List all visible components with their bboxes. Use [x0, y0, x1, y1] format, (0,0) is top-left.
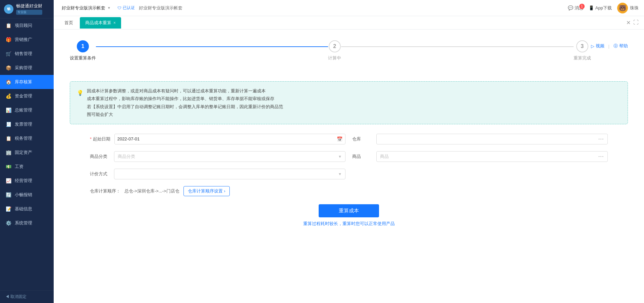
sidebar-item-expense[interactable]: 🔄 小畅报销	[0, 188, 54, 202]
video-link[interactable]: ▷ 视频	[591, 43, 604, 49]
expand-tab-control[interactable]: ⛶	[633, 19, 639, 26]
sidebar-item-finance[interactable]: 💰 资金管理	[0, 89, 54, 103]
warehouse-order-settings-button[interactable]: 仓库计算顺序设置 ›	[183, 186, 230, 196]
main-area: 好业财专业版演示帐套 ▼ 🛡 已认证 好业财专业版演示帐套 💬 消息 1 📱 A…	[54, 0, 644, 303]
account-name: 好业财专业版演示帐套	[139, 5, 182, 11]
start-date-input[interactable]	[117, 136, 337, 141]
verified-text: 已认证	[123, 5, 135, 11]
sidebar-item-label: 发票管理	[15, 121, 32, 127]
finance-icon: 💰	[5, 93, 11, 99]
system-icon: ⚙️	[5, 220, 11, 226]
sidebar-item-label: 采购管理	[15, 65, 32, 71]
tabs-bar: 首页 商品成本重算 × ✕ ⛶	[54, 16, 644, 30]
warehouse-order-row: 仓库计算顺序： 总仓->深圳仓库->...->门店仓 仓库计算顺序设置 ›	[90, 186, 608, 196]
expense-icon: 🔄	[5, 192, 11, 198]
category-placeholder: 商品分类	[118, 154, 135, 160]
calendar-icon[interactable]: 📅	[337, 136, 342, 142]
sidebar-header: 畅 畅捷通好业财 专业版	[0, 0, 54, 18]
goods-ellipsis-icon[interactable]: ···	[598, 154, 604, 159]
step-2-circle: 2	[329, 40, 341, 52]
content-area: 1 设置重算条件 2 计算中 3 重算完成	[54, 30, 644, 303]
sidebar-item-accounting[interactable]: 📊 总账管理	[0, 103, 54, 117]
goods-select[interactable]: 商品 ···	[376, 151, 608, 162]
app-logo: 畅	[4, 4, 13, 14]
sidebar-nav: 📋 项目顾问 🎁 营销推广 🛒 销售管理 📦 采购管理 🏠 库存核算 💰 资金管…	[0, 18, 54, 290]
step-line-2	[341, 46, 573, 47]
sidebar-item-label: 营销推广	[15, 37, 32, 43]
warehouse-btn-chevron-icon: ›	[224, 188, 225, 193]
recalc-button[interactable]: 重算成本	[319, 204, 379, 217]
info-icon: 💡	[77, 88, 84, 119]
basic-icon: 📝	[5, 206, 11, 212]
sidebar-item-label: 资金管理	[15, 93, 32, 99]
sidebar-item-label: 系统管理	[15, 220, 32, 226]
sidebar-item-label: 销售管理	[15, 51, 32, 57]
user-name: 珠珠	[630, 5, 639, 11]
account-selector[interactable]: 好业财专业版演示帐套 ▼	[59, 4, 113, 12]
close-tab-control[interactable]: ✕	[626, 19, 631, 26]
form-group-start-date: 起始日期 📅	[90, 134, 345, 144]
category-chevron-icon: ▼	[338, 155, 342, 159]
topbar: 好业财专业版演示帐套 ▼ 🛡 已认证 好业财专业版演示帐套 💬 消息 1 📱 A…	[54, 0, 644, 16]
sidebar-item-assets[interactable]: 🏢 固定资产	[0, 145, 54, 160]
sidebar-item-purchase[interactable]: 📦 采购管理	[0, 61, 54, 75]
app-subtitle: 专业版	[16, 10, 42, 15]
warehouse-ellipsis-icon[interactable]: ···	[598, 136, 604, 141]
sidebar-item-payroll[interactable]: 💵 工资	[0, 160, 54, 174]
sidebar-item-label: 库存核算	[15, 79, 32, 85]
sidebar-item-label: 税务管理	[15, 135, 32, 141]
recalc-note: 重算过程耗时较长，重算时您可以正常使用产品	[303, 221, 395, 227]
form-row-1: 起始日期 📅 仓库 ···	[90, 134, 608, 144]
sidebar-item-sales[interactable]: 🛒 销售管理	[0, 47, 54, 61]
form-group-category: 商品分类 商品分类 ▼	[90, 151, 345, 162]
tab-cost-recalc[interactable]: 商品成本重算 ×	[80, 17, 121, 29]
step-3: 3 重算完成	[574, 40, 591, 61]
sidebar-unpin-button[interactable]: ◀ 取消固定	[0, 290, 54, 303]
tab-close-button[interactable]: ×	[113, 20, 116, 25]
avatar: 🐻	[617, 3, 628, 13]
sidebar-item-basic[interactable]: 📝 基础信息	[0, 202, 54, 216]
sidebar-item-marketing[interactable]: 🎁 营销推广	[0, 33, 54, 47]
category-label: 商品分类	[90, 154, 110, 160]
purchase-icon: 📦	[5, 65, 11, 71]
start-date-input-wrapper[interactable]: 📅	[114, 134, 345, 144]
sidebar-item-label: 项目顾问	[15, 23, 32, 29]
invoice-icon: 🧾	[5, 121, 11, 127]
user-profile[interactable]: 🐻 珠珠	[617, 3, 639, 13]
warehouse-select[interactable]: ···	[376, 134, 608, 144]
app-download-button[interactable]: 📱 App下载	[589, 5, 612, 11]
sidebar: 畅 畅捷通好业财 专业版 📋 项目顾问 🎁 营销推广 🛒 销售管理 📦 采购管理…	[0, 0, 54, 303]
step-3-label: 重算完成	[574, 55, 591, 61]
account-selector-chevron: ▼	[107, 6, 111, 10]
category-select[interactable]: 商品分类 ▼	[114, 151, 345, 162]
step-2-label: 计算中	[328, 55, 341, 61]
pricing-label: 计价方式	[90, 171, 110, 177]
help-link[interactable]: ⓪ 帮助	[613, 43, 628, 49]
goods-label: 商品	[352, 154, 372, 160]
pricing-select[interactable]: ▼	[114, 169, 345, 179]
sidebar-item-operations[interactable]: 📈 经营管理	[0, 174, 54, 188]
message-button[interactable]: 💬 消息 1	[568, 5, 583, 11]
sidebar-item-label: 经营管理	[15, 178, 32, 184]
inventory-icon: 🏠	[5, 79, 11, 85]
sidebar-item-invoice[interactable]: 🧾 发票管理	[0, 117, 54, 131]
tab-home[interactable]: 首页	[59, 17, 78, 29]
recalc-section: 重算成本 重算过程耗时较长，重算时您可以正常使用产品	[70, 204, 628, 227]
form-section: 起始日期 📅 仓库 ··· 商品分类	[70, 134, 628, 196]
payroll-icon: 💵	[5, 164, 11, 170]
topbar-right: 💬 消息 1 📱 App下载 🐻 珠珠	[568, 3, 639, 13]
goods-placeholder: 商品	[380, 154, 597, 160]
sidebar-item-inventory[interactable]: 🏠 库存核算	[0, 75, 54, 89]
shield-icon: 🛡	[117, 6, 121, 10]
mobile-icon: 📱	[589, 5, 594, 10]
step-1-circle: 1	[77, 40, 89, 52]
sidebar-item-tax[interactable]: 📋 税务管理	[0, 131, 54, 145]
form-group-pricing: 计价方式 ▼	[90, 169, 345, 179]
sidebar-item-label: 小畅报销	[15, 192, 32, 198]
sidebar-item-system[interactable]: ⚙️ 系统管理	[0, 216, 54, 230]
form-group-goods: 商品 商品 ···	[352, 151, 608, 162]
warehouse-order-value: 总仓->深圳仓库->...->门店仓	[124, 188, 179, 194]
step-1: 1 设置重算条件	[70, 40, 96, 61]
marketing-icon: 🎁	[5, 37, 11, 43]
sidebar-item-project[interactable]: 📋 项目顾问	[0, 18, 54, 33]
